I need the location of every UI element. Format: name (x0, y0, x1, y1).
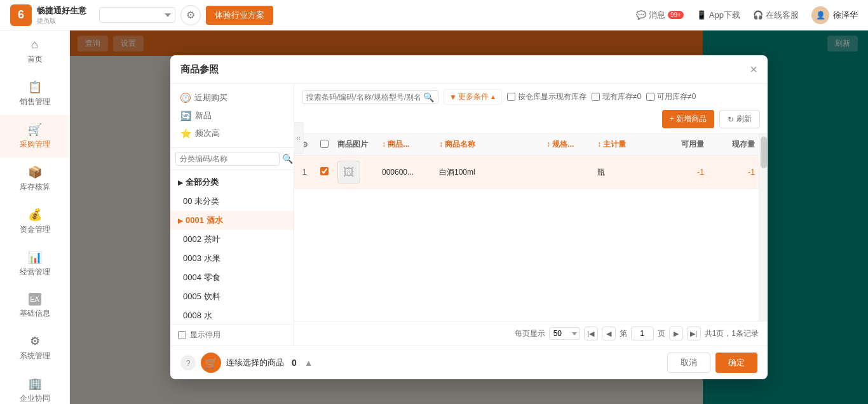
warehouse-checkbox[interactable] (507, 93, 515, 101)
show-disabled-label: 显示停用 (190, 330, 220, 340)
row-stock: -1 (708, 156, 759, 189)
settings-icon-btn[interactable]: ⚙ (180, 5, 201, 25)
cart-icon: 🛒 (205, 357, 217, 369)
cart-icon-btn[interactable]: 🛒 (201, 353, 221, 373)
experience-btn[interactable]: 体验行业方案 (206, 6, 273, 25)
col-name-header[interactable]: ↕ 商品名称 (435, 134, 543, 156)
filter-more-btn[interactable]: ▼ 更多条件 ▲ (444, 89, 502, 105)
product-img-placeholder: 🖼 (343, 166, 355, 179)
sidebar-item-purchase[interactable]: 🛒 采购管理 (0, 115, 69, 158)
page-input[interactable] (631, 327, 654, 340)
cat-all[interactable]: ▶ 全部分类 (170, 173, 294, 192)
cat-item-00[interactable]: 00 未分类 (170, 192, 294, 211)
refresh-btn[interactable]: ↻ 刷新 (719, 110, 760, 128)
row-name: 白酒100ml (435, 156, 543, 189)
cat-item-0005[interactable]: 0005 饮料 (170, 287, 294, 306)
page-last-btn[interactable]: ▶| (687, 327, 701, 340)
row-check[interactable] (315, 156, 334, 189)
row-spec (543, 156, 593, 189)
cat-item-0004[interactable]: 0004 零食 (170, 268, 294, 287)
system-icon: ⚙ (30, 334, 40, 348)
new-products-item[interactable]: 🔄 新品 (175, 107, 288, 125)
avail-ne0-checkbox[interactable] (646, 93, 654, 101)
category-search-icon[interactable]: 🔍 (282, 154, 293, 164)
sidebar-item-enterprise[interactable]: 🏢 企业协同 (0, 369, 69, 404)
logo-text-block: 畅捷通好生意 捷员版 (37, 5, 86, 25)
store-selector[interactable]: 日太阳膜 (99, 7, 175, 23)
app-download-item[interactable]: 📱 App下载 (696, 10, 740, 21)
search-input-wrap: 🔍 (302, 90, 438, 104)
show-disabled-bar: 显示停用 (170, 324, 294, 346)
sidebar-item-sales[interactable]: 📋 销售管理 (0, 72, 69, 115)
frequent-item[interactable]: ⭐ 频次高 (175, 125, 288, 142)
page-unit: 页 (658, 328, 665, 339)
filter-actions: + 新增商品 ↻ 刷新 (662, 110, 760, 128)
col-code-header[interactable]: ↕ 商品... (378, 134, 435, 156)
col-avail-header: 可用量 (644, 134, 708, 156)
left-nav: 🕐 近期购买 🔄 新品 ⭐ 频次高 (170, 84, 294, 148)
cancel-btn[interactable]: 取消 (667, 353, 710, 373)
dialog-title: 商品参照 (180, 64, 219, 76)
scrollbar-thumb (761, 137, 767, 168)
col-unit-header[interactable]: ↕ 主计量 (593, 134, 644, 156)
footer-actions: 取消 确定 (667, 353, 757, 373)
online-service-item[interactable]: 🎧 在线客服 (753, 10, 799, 21)
table-container: ⚙ 商品图片 ↕ 商品... (294, 134, 768, 321)
recent-buy-item[interactable]: 🕐 近期购买 (175, 89, 288, 107)
cat-item-0008[interactable]: 0008 水 (170, 306, 294, 324)
continuous-label: 连续选择的商品 (226, 357, 284, 368)
collapse-up-icon[interactable]: ▲ (304, 358, 313, 368)
sidebar-item-finance[interactable]: 💰 资金管理 (0, 200, 69, 243)
sidebar-item-inventory[interactable]: 📦 库存核算 (0, 158, 69, 200)
confirm-btn[interactable]: 确定 (715, 353, 757, 373)
search-icon[interactable]: 🔍 (423, 92, 434, 102)
cat-item-0002[interactable]: 0002 茶叶 (170, 230, 294, 249)
cat-item-0003[interactable]: 0003 水果 (170, 249, 294, 268)
col-check-header[interactable] (315, 134, 334, 156)
sidebar-item-basic[interactable]: EA 基础信息 (0, 285, 69, 327)
message-badge: 99+ (668, 11, 684, 19)
business-icon: 📊 (28, 250, 42, 264)
col-spec-header[interactable]: ↕ 规格... (543, 134, 593, 156)
sidebar: ⌂ 首页 📋 销售管理 🛒 采购管理 📦 库存核算 💰 资金管理 📊 经营管理 … (0, 30, 70, 404)
user-avatar-item[interactable]: 👤 徐泽华 (811, 6, 858, 24)
row-checkbox[interactable] (320, 167, 329, 175)
username-label: 徐泽华 (833, 10, 858, 21)
page-prev-btn[interactable]: ◀ (602, 327, 616, 340)
row-num: 1 (294, 156, 315, 189)
message-icon: 💬 (636, 10, 646, 20)
filter-bar: 🔍 ▼ 更多条件 ▲ 按仓库显示现有库存 (294, 84, 768, 134)
filter-stock-ne0-check[interactable]: 现有库存≠0 (592, 91, 641, 102)
filter-warehouse-check[interactable]: 按仓库显示现有库存 (507, 91, 587, 102)
sidebar-item-system[interactable]: ⚙ 系统管理 (0, 327, 69, 369)
message-item[interactable]: 💬 消息 99+ (636, 10, 684, 21)
filter-avail-ne0-check[interactable]: 可用库存≠0 (646, 91, 696, 102)
sidebar-item-home[interactable]: ⌂ 首页 (0, 30, 69, 72)
dialog-close-btn[interactable]: × (750, 63, 757, 76)
message-label: 消息 (649, 10, 665, 21)
product-search-input[interactable] (306, 93, 421, 102)
table-row[interactable]: 1 🖼 (294, 156, 759, 189)
stock-ne0-checkbox[interactable] (592, 93, 600, 101)
add-product-btn[interactable]: + 新增商品 (662, 110, 714, 128)
modal-overlay: 商品参照 × 🕐 近期购买 🔄 (70, 30, 868, 404)
col-stock-header: 现存量 (708, 134, 759, 156)
purchase-icon: 🛒 (28, 123, 42, 137)
dialog-footer: ? 🛒 连续选择的商品 0 ▲ 取消 确定 (170, 346, 768, 379)
col-img-header: 商品图片 (334, 134, 378, 156)
left-collapse-btn[interactable]: ‹‹ (294, 122, 304, 154)
select-all-checkbox[interactable] (320, 140, 329, 148)
cat-item-0001[interactable]: ▶ 0001 酒水 (170, 211, 294, 230)
sidebar-item-business[interactable]: 📊 经营管理 (0, 243, 69, 285)
page-first-btn[interactable]: |◀ (584, 327, 598, 340)
show-disabled-checkbox[interactable] (178, 331, 186, 339)
page-size-select[interactable]: 50 10 20 100 (549, 327, 580, 340)
table-scroll-area[interactable]: ⚙ 商品图片 ↕ 商品... (294, 134, 759, 321)
help-icon-btn[interactable]: ? (180, 355, 196, 370)
logo-icon: 6 (10, 4, 32, 26)
app-logo[interactable]: 6 畅捷通好生意 捷员版 (10, 4, 86, 26)
category-list: ▶ 全部分类 00 未分类 ▶ 0001 酒水 0002 茶叶 0003 水果 … (170, 170, 294, 324)
category-search-input[interactable] (175, 152, 280, 166)
table-scrollbar[interactable] (759, 134, 768, 321)
page-next-btn[interactable]: ▶ (669, 327, 683, 340)
